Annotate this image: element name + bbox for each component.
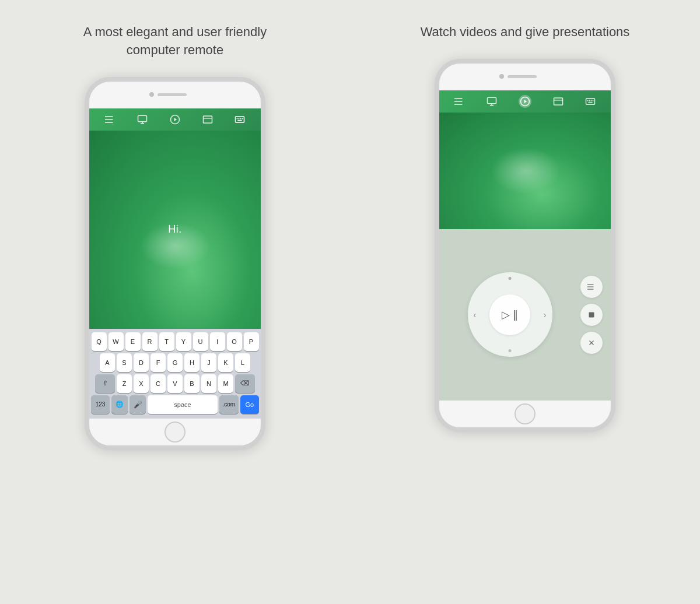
camera-right (499, 74, 504, 79)
key-c[interactable]: C (150, 374, 166, 393)
key-z[interactable]: Z (117, 374, 132, 393)
key-l[interactable]: L (235, 353, 250, 372)
key-w[interactable]: W (108, 332, 124, 351)
key-dotcom[interactable]: .com (219, 395, 239, 414)
r-toolbar-play-icon[interactable] (519, 95, 531, 108)
key-u[interactable]: U (193, 332, 208, 351)
remote-btn-stop[interactable] (580, 304, 603, 326)
app-canvas-right[interactable] (439, 113, 611, 229)
camera-left (149, 92, 154, 97)
r-toolbar-menu-icon[interactable] (454, 96, 465, 107)
play-pause-icon: ▷ ‖ (502, 308, 518, 321)
toolbar-browser-icon[interactable] (202, 114, 213, 125)
remote-arrow-right[interactable]: › (544, 310, 547, 319)
right-phone: ‹ ▷ ‖ › (435, 59, 615, 432)
key-p[interactable]: P (244, 332, 259, 351)
key-o[interactable]: O (227, 332, 242, 351)
key-space[interactable]: space (148, 395, 218, 414)
svg-marker-7 (174, 118, 177, 121)
remote-dot-bottom (509, 349, 512, 352)
svg-rect-3 (138, 115, 147, 122)
svg-rect-34 (587, 289, 594, 289)
key-q[interactable]: Q (92, 332, 107, 351)
key-f[interactable]: F (150, 353, 166, 372)
speaker-left (158, 93, 187, 96)
kb-row-1: Q W E R T Y U I O P (91, 332, 259, 351)
toolbar-keyboard-icon[interactable] (235, 114, 245, 125)
toolbar-menu-icon[interactable] (105, 114, 116, 125)
remote-btn-menu[interactable] (580, 276, 603, 298)
key-h[interactable]: H (184, 353, 200, 372)
toolbar-play-icon[interactable] (170, 114, 180, 125)
svg-rect-32 (587, 284, 594, 285)
svg-rect-1 (105, 119, 113, 120)
phone-screen-left: Hi. Q W E R T Y U I O P A S (89, 108, 261, 419)
key-globe[interactable]: 🌐 (111, 395, 128, 414)
svg-rect-33 (587, 286, 594, 287)
key-b[interactable]: B (184, 374, 200, 393)
key-s[interactable]: S (117, 353, 132, 372)
remote-btn-close[interactable] (580, 332, 603, 354)
key-a[interactable]: A (100, 353, 115, 372)
canvas-glow (141, 223, 211, 269)
home-button-left[interactable] (164, 422, 186, 443)
phone-bottom-right (439, 401, 611, 427)
remote-circle-inner[interactable]: ▷ ‖ (489, 294, 530, 335)
key-j[interactable]: J (201, 353, 216, 372)
svg-rect-0 (105, 116, 113, 117)
speaker-right (508, 75, 537, 78)
left-phone: Hi. Q W E R T Y U I O P A S (85, 77, 265, 450)
kb-row-4: 123 🌐 🎤 space .com Go (91, 395, 259, 414)
key-r[interactable]: R (142, 332, 158, 351)
right-panel: Watch videos and give presentations (350, 0, 700, 604)
key-m[interactable]: M (218, 374, 233, 393)
key-e[interactable]: E (125, 332, 141, 351)
right-panel-title: Watch videos and give presentations (421, 23, 630, 41)
home-button-right[interactable] (514, 403, 536, 424)
left-panel: A most elegant and user friendly compute… (0, 0, 350, 604)
app-toolbar-left (89, 108, 261, 131)
svg-rect-10 (236, 116, 244, 122)
app-canvas-left[interactable]: Hi. (89, 131, 261, 329)
remote-circle[interactable]: ‹ ▷ ‖ › (468, 272, 552, 357)
remote-right-buttons (580, 276, 603, 354)
r-toolbar-monitor-icon[interactable] (487, 96, 497, 107)
phone-bottom-left (89, 419, 261, 445)
phone-screen-right: ‹ ▷ ‖ › (439, 90, 611, 401)
key-num[interactable]: 123 (91, 395, 110, 414)
r-toolbar-keyboard-icon[interactable] (585, 96, 596, 107)
phone-top-right (439, 64, 611, 90)
kb-row-2: A S D F G H J K L (91, 353, 259, 372)
key-v[interactable]: V (167, 374, 183, 393)
r-toolbar-browser-icon[interactable] (553, 96, 564, 107)
svg-rect-18 (454, 104, 463, 105)
app-toolbar-right (439, 90, 611, 113)
left-panel-title: A most elegant and user friendly compute… (64, 23, 286, 59)
key-shift[interactable]: ⇧ (95, 374, 115, 393)
svg-rect-35 (589, 312, 594, 317)
key-delete[interactable]: ⌫ (235, 374, 255, 393)
svg-rect-26 (586, 99, 594, 105)
key-i[interactable]: I (210, 332, 225, 351)
svg-rect-2 (105, 122, 113, 123)
svg-rect-19 (488, 97, 496, 104)
toolbar-monitor-icon[interactable] (137, 114, 148, 125)
key-mic[interactable]: 🎤 (130, 395, 146, 414)
key-x[interactable]: X (134, 374, 149, 393)
key-go[interactable]: Go (240, 395, 260, 414)
r-canvas-glow (491, 148, 561, 194)
kb-row-3: ⇧ Z X C V B N M ⌫ (91, 374, 259, 393)
remote-arrow-left[interactable]: ‹ (474, 310, 477, 319)
key-d[interactable]: D (134, 353, 149, 372)
remote-controls-row: ‹ ▷ ‖ › (447, 272, 603, 357)
key-g[interactable]: G (167, 353, 183, 372)
svg-rect-8 (203, 116, 212, 123)
keyboard-area: Q W E R T Y U I O P A S D F G H (89, 329, 261, 419)
key-k[interactable]: K (218, 353, 233, 372)
key-y[interactable]: Y (176, 332, 191, 351)
key-n[interactable]: N (201, 374, 216, 393)
phone-top-left (89, 82, 261, 108)
svg-marker-23 (524, 100, 527, 103)
remote-controls-area: ‹ ▷ ‖ › (439, 229, 611, 401)
key-t[interactable]: T (159, 332, 174, 351)
